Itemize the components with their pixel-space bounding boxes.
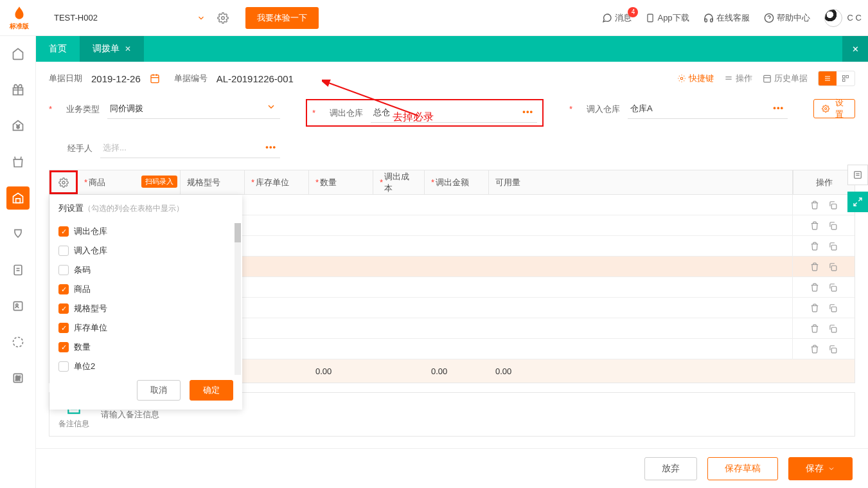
nav-sync-icon[interactable] (6, 330, 30, 354)
column-option[interactable]: 调入仓库 (58, 241, 237, 260)
nav-gift-icon[interactable] (6, 78, 30, 102)
tab-home-label: 首页 (49, 43, 67, 55)
svg-point-20 (680, 77, 683, 80)
column-option-label: 单位2 (74, 361, 95, 372)
discard-button[interactable]: 放弃 (644, 457, 697, 480)
more-icon[interactable]: ••• (773, 103, 784, 113)
column-option[interactable]: 条码 (58, 260, 237, 280)
more-icon[interactable]: ••• (265, 142, 276, 152)
trial-button[interactable]: 我要体验一下 (245, 7, 319, 29)
shortcut-link[interactable]: 快捷键 (677, 73, 714, 84)
svg-rect-30 (843, 79, 846, 82)
svg-rect-34 (831, 204, 837, 209)
copy-icon[interactable] (828, 345, 837, 354)
save-draft-button[interactable]: 保存草稿 (707, 457, 778, 480)
copy-icon[interactable] (828, 242, 837, 251)
nav-clipboard-icon[interactable] (6, 258, 30, 282)
checkbox-icon[interactable]: ✓ (58, 226, 69, 237)
help-center-link[interactable]: 帮助中心 (764, 12, 810, 24)
column-option-label: 条码 (74, 264, 91, 276)
nav-warehouse-icon[interactable] (6, 186, 30, 210)
ok-button[interactable]: 确定 (190, 380, 233, 401)
field-out-warehouse[interactable]: * 调出仓库 总仓 ••• (306, 99, 544, 127)
app-download-link[interactable]: App下载 (646, 12, 689, 24)
calendar-icon[interactable] (150, 73, 160, 84)
tab-allocation[interactable]: 调拨单 ✕ (80, 36, 144, 62)
svg-rect-41 (831, 348, 837, 353)
copy-icon[interactable] (828, 324, 837, 333)
tab-home[interactable]: 首页 (36, 36, 80, 62)
project-settings-icon[interactable] (217, 12, 235, 24)
field-biz-type[interactable]: * 业务类型 同价调拨 (49, 99, 280, 119)
copy-icon[interactable] (828, 262, 837, 271)
checkbox-icon[interactable]: ✓ (58, 303, 69, 314)
field-handler[interactable]: 经手人 选择... ••• (49, 138, 280, 158)
column-option[interactable]: ✓数量 (58, 338, 237, 357)
checkbox-icon[interactable] (58, 265, 69, 275)
delete-icon[interactable] (810, 262, 819, 271)
nav-new-icon[interactable]: 新 (6, 366, 30, 390)
svg-rect-23 (764, 75, 771, 82)
app-logo: 标准版 (6, 5, 32, 31)
project-select[interactable]: TEST-H002 (46, 7, 213, 29)
svg-line-47 (858, 198, 862, 201)
nav-bag-icon[interactable] (6, 150, 30, 174)
copy-icon[interactable] (828, 303, 837, 312)
delete-icon[interactable] (810, 283, 819, 292)
column-option[interactable]: ✓规格型号 (58, 299, 237, 318)
nav-home-icon[interactable] (6, 42, 30, 66)
delete-icon[interactable] (810, 345, 819, 354)
online-service-link[interactable]: 在线客服 (704, 12, 750, 24)
save-button[interactable]: 保存 (788, 457, 853, 480)
scrollbar-thumb[interactable] (235, 223, 241, 242)
copy-icon[interactable] (828, 221, 837, 230)
settings-btn-label: 设置 (832, 97, 847, 120)
operation-link[interactable]: 操作 (724, 73, 752, 84)
copy-icon[interactable] (828, 283, 837, 292)
topbar: 标准版 TEST-H002 我要体验一下 消息 4 App下载 在线客服 帮助中… (0, 0, 868, 36)
view-toggle (818, 71, 855, 86)
remarks-input[interactable] (101, 410, 846, 419)
field-in-warehouse[interactable]: * 调入仓库 仓库A ••• (569, 99, 788, 119)
column-option[interactable]: ✓库存单位 (58, 318, 237, 338)
close-all-tabs[interactable]: ✕ (842, 36, 868, 62)
more-icon[interactable]: ••• (522, 107, 533, 116)
float-expand-icon[interactable] (847, 192, 868, 212)
messages-link[interactable]: 消息 4 (602, 12, 632, 24)
copy-icon[interactable] (828, 201, 837, 210)
delete-icon[interactable] (810, 324, 819, 333)
column-option-label: 库存单位 (74, 322, 107, 334)
checkbox-icon[interactable]: ✓ (58, 342, 69, 352)
nav-contact-icon[interactable] (6, 294, 30, 318)
nav-money-icon[interactable] (6, 222, 30, 246)
svg-rect-7 (15, 199, 20, 203)
float-note-icon[interactable] (847, 165, 868, 185)
user-menu[interactable]: C C (824, 9, 862, 27)
col-settings-button[interactable] (49, 170, 78, 194)
view-list-icon[interactable] (819, 71, 837, 86)
view-card-icon[interactable] (837, 71, 855, 86)
delete-icon[interactable] (810, 201, 819, 210)
nav-price-icon[interactable]: ¥ (6, 114, 30, 138)
settings-button[interactable]: 设置 (813, 99, 855, 118)
column-list[interactable]: ✓调出仓库调入仓库条码✓商品✓规格型号✓库存单位✓数量单位2 (49, 219, 242, 374)
history-link[interactable]: 历史单据 (763, 73, 808, 84)
date-value[interactable]: 2019-12-26 (91, 73, 141, 84)
scan-badge[interactable]: 扫码录入 (141, 176, 177, 188)
checkbox-icon[interactable] (58, 246, 69, 256)
close-icon[interactable]: ✕ (125, 44, 131, 53)
checkbox-icon[interactable]: ✓ (58, 284, 69, 294)
column-option[interactable]: ✓调出仓库 (58, 222, 237, 241)
delete-icon[interactable] (810, 242, 819, 251)
column-settings-popup: 列设置（勾选的列会在表格中显示） ✓调出仓库调入仓库条码✓商品✓规格型号✓库存单… (49, 195, 242, 410)
checkbox-icon[interactable] (58, 361, 69, 372)
scrollbar[interactable] (235, 223, 241, 375)
cancel-button[interactable]: 取消 (137, 380, 181, 401)
checkbox-icon[interactable]: ✓ (58, 323, 69, 333)
column-option[interactable]: ✓商品 (58, 280, 237, 299)
delete-icon[interactable] (810, 303, 819, 312)
history-label: 历史单据 (774, 73, 808, 84)
delete-icon[interactable] (810, 221, 819, 230)
column-option[interactable]: 单位2 (58, 357, 237, 374)
in-wh-label: 调入仓库 (576, 104, 620, 115)
